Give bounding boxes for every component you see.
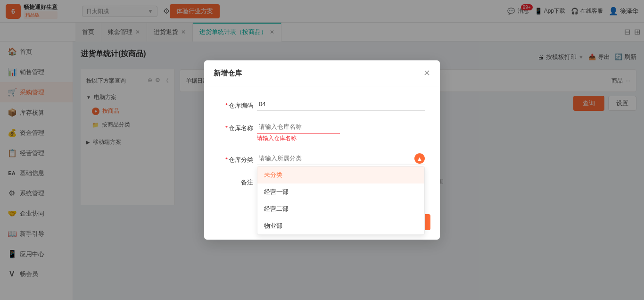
new-warehouse-modal: 新增仓库 ✕ *仓库编码 *仓库名称 xyxy=(204,60,440,240)
category-dropdown: 未分类 经营一部 经营二部 物业部 xyxy=(257,166,425,235)
form-row-category: *仓库分类 ▲ 未分类 经营一部 xyxy=(219,152,425,165)
category-input[interactable] xyxy=(257,152,425,165)
dropdown-item-1-label: 经营一部 xyxy=(264,188,289,195)
dropdown-item-3-label: 物业部 xyxy=(264,222,282,229)
dropdown-item-0[interactable]: 未分类 xyxy=(257,167,424,183)
dropdown-item-2[interactable]: 经营二部 xyxy=(257,200,424,217)
code-label: *仓库编码 xyxy=(219,98,257,110)
dropdown-item-1[interactable]: 经营一部 xyxy=(257,183,424,200)
form-row-name: *仓库名称 请输入仓库名称 xyxy=(219,120,425,142)
name-label: *仓库名称 xyxy=(219,120,257,133)
note-label: 备注 xyxy=(219,175,257,187)
modal-overlay[interactable]: 新增仓库 ✕ *仓库编码 *仓库名称 xyxy=(0,0,644,300)
warehouse-code-input[interactable] xyxy=(257,98,425,111)
form-row-code: *仓库编码 xyxy=(219,98,425,111)
modal-title: 新增仓库 xyxy=(214,69,242,78)
modal-header: 新增仓库 ✕ xyxy=(204,60,440,86)
dropdown-item-2-label: 经营二部 xyxy=(264,205,289,212)
name-error-msg: 请输入仓库名称 xyxy=(257,134,297,142)
dropdown-item-0-label: 未分类 xyxy=(264,171,282,178)
category-label: *仓库分类 xyxy=(219,152,257,164)
modal-close-button[interactable]: ✕ xyxy=(423,68,430,78)
category-select-wrapper: ▲ 未分类 经营一部 经营二部 物业部 xyxy=(257,152,425,165)
modal-body: *仓库编码 *仓库名称 请输入仓库名称 xyxy=(204,86,440,208)
category-toggle-button[interactable]: ▲ xyxy=(414,153,425,164)
name-input-wrapper xyxy=(257,120,425,133)
dropdown-item-3[interactable]: 物业部 xyxy=(257,217,424,234)
warehouse-name-input[interactable] xyxy=(257,120,340,133)
chevron-up-icon: ▲ xyxy=(417,155,423,162)
